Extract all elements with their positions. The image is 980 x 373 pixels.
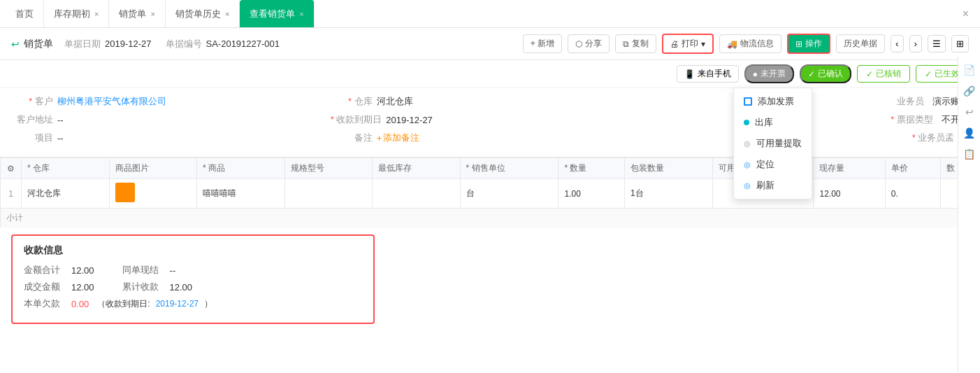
- outbound-label: 出库: [755, 116, 773, 129]
- copy-icon: ⧉: [623, 39, 629, 49]
- copy-label: 复制: [632, 38, 649, 50]
- available-icon: ◎: [744, 139, 751, 148]
- dropdown-add-invoice[interactable]: 添加发票: [734, 91, 812, 112]
- tab-history[interactable]: 销货单历史 ×: [166, 0, 240, 27]
- cell-pkg: 1台: [625, 179, 713, 209]
- history-button[interactable]: 历史单据: [836, 34, 885, 53]
- effective-icon: ✓: [925, 69, 932, 79]
- table-row: 1 河北仓库 嘻嘻嘻嘻 台 1.00 1台 12.00 0.: [1, 179, 980, 209]
- customer-label: 客户: [11, 95, 53, 108]
- copy-button[interactable]: ⧉ 复制: [615, 34, 656, 53]
- tab-view-sales-label: 查看销货单: [250, 8, 295, 20]
- logistics-label: 物流信息: [740, 38, 774, 50]
- product-table: ⚙ * 仓库 商品图片 * 商品 规格型号 最低库存 * 销售单位 * 数量 包…: [0, 157, 980, 227]
- cell-num: 1: [1, 179, 22, 209]
- right-sidebar: 📄 🔗 ↩ 👤 📋 ⤢: [958, 56, 980, 373]
- cumulative-payment-field: 累计收款 12.00: [122, 281, 193, 293]
- due-date-note: 2019-12-27: [156, 299, 199, 309]
- main-content: ↩ 销货单 单据日期 2019-12-27 单据编号 SA-20191227-0…: [0, 28, 980, 373]
- unopen-button[interactable]: ● 未开票: [744, 64, 794, 83]
- col-settings[interactable]: ⚙: [1, 158, 22, 179]
- arrears-value: 0.00: [71, 299, 89, 309]
- customer-field: 客户 柳州粤港平安气体有限公司: [11, 95, 331, 108]
- doc-number-field: 单据编号 SA-20191227-001: [166, 38, 280, 50]
- close-all-button[interactable]: ×: [957, 5, 974, 23]
- cell-product: 嘻嘻嘻嘻: [197, 179, 285, 209]
- dropdown-locate[interactable]: ◎ 定位: [734, 154, 812, 175]
- history-label: 历史单据: [844, 38, 877, 50]
- doc-number-value: SA-20191227-001: [206, 38, 280, 49]
- col-warehouse: * 仓库: [22, 158, 110, 179]
- tab-sales-close[interactable]: ×: [150, 10, 154, 18]
- doc-title: ↩ 销货单: [11, 38, 53, 50]
- logistics-button[interactable]: 🚚 物流信息: [719, 34, 781, 53]
- sidebar-icon-list[interactable]: 📋: [961, 146, 978, 162]
- confirm-icon: ✓: [808, 69, 815, 79]
- col-unit: * 销售单位: [460, 158, 559, 179]
- note-label: 备注: [331, 132, 373, 144]
- project-value: --: [57, 133, 64, 143]
- tab-view-sales[interactable]: 查看销货单 ×: [240, 0, 314, 27]
- sidebar-icon-doc[interactable]: 📄: [961, 62, 978, 78]
- form-row-3: 项目 -- 备注 + 添加备注 业务员孟 --: [11, 132, 969, 144]
- add-note-button[interactable]: + 添加备注: [377, 132, 420, 144]
- prev-button[interactable]: ‹: [891, 35, 903, 52]
- col-product: * 商品: [197, 158, 285, 179]
- tab-inventory-label: 库存期初: [54, 8, 90, 20]
- verified-label: 已核销: [876, 68, 901, 80]
- layout-grid-button[interactable]: ⊞: [951, 35, 969, 52]
- customer-value[interactable]: 柳州粤港平安气体有限公司: [57, 95, 166, 108]
- payment-title: 收款信息: [24, 244, 362, 257]
- doc-date-label: 单据日期: [64, 38, 101, 50]
- dropdown-available-qty[interactable]: ◎ 可用量提取: [734, 133, 812, 154]
- tab-home[interactable]: 首页: [6, 0, 44, 27]
- tab-inventory-close[interactable]: ×: [94, 10, 99, 18]
- verified-button[interactable]: ✓ 已核销: [857, 65, 910, 83]
- phone-button[interactable]: 📱 来自手机: [677, 65, 739, 83]
- next-button[interactable]: ›: [909, 35, 922, 52]
- due-date-value[interactable]: 2019-12-27: [386, 115, 433, 125]
- dropdown-outbound[interactable]: 出库: [734, 112, 812, 133]
- print-button[interactable]: 🖨 打印 ▾: [662, 34, 714, 54]
- refresh-icon: ◎: [744, 181, 751, 190]
- sidebar-icon-back[interactable]: ↩: [961, 104, 978, 120]
- payment-row-2: 成交金额 12.00 累计收款 12.00: [24, 281, 362, 293]
- confirm-button[interactable]: ✓ 已确认: [800, 64, 851, 83]
- layout-list-button[interactable]: ☰: [928, 35, 946, 52]
- warehouse-value[interactable]: 河北仓库: [377, 95, 413, 108]
- total-amount-label: 金额合计: [24, 264, 66, 276]
- print-dropdown-icon: ▾: [701, 39, 705, 49]
- deal-amount-field: 成交金额 12.00: [24, 281, 94, 293]
- dropdown-refresh[interactable]: ◎ 刷新: [734, 175, 812, 196]
- col-qty: * 数量: [559, 158, 625, 179]
- operations-button[interactable]: ⊞ 操作: [787, 34, 830, 54]
- tab-sales[interactable]: 销货单 ×: [109, 0, 165, 27]
- cell-img: [109, 179, 197, 209]
- invoice-icon: [744, 97, 752, 106]
- form-row-1: 客户 柳州粤港平安气体有限公司 仓库 河北仓库 业务员 演示账号: [11, 95, 969, 108]
- col-stock: 现存量: [814, 158, 885, 179]
- doc-date-field: 单据日期 2019-12-27: [64, 38, 152, 50]
- verified-icon: ✓: [866, 69, 873, 79]
- doc-actions: + 新增 ⬡ 分享 ⧉ 复制 🖨 打印 ▾ 🚚 物流信息: [523, 34, 969, 54]
- tab-view-sales-close[interactable]: ×: [299, 10, 303, 18]
- tab-history-label: 销货单历史: [175, 8, 221, 20]
- doc-title-text: 销货单: [24, 38, 53, 50]
- cell-qty: 1.00: [559, 179, 625, 209]
- share-button[interactable]: ⬡ 分享: [568, 34, 610, 53]
- bottom-section: 收款信息 金额合计 12.00 同单现结 -- 成交金额 12.00: [0, 227, 980, 331]
- sidebar-icon-link[interactable]: 🔗: [961, 83, 978, 99]
- salesman-label: 业务员孟: [912, 132, 955, 144]
- locate-icon: ◎: [744, 160, 751, 169]
- tab-history-close[interactable]: ×: [225, 10, 229, 18]
- tab-inventory[interactable]: 库存期初 ×: [44, 0, 109, 27]
- confirm-label: 已确认: [818, 68, 843, 80]
- sidebar-icon-user[interactable]: 👤: [961, 125, 978, 141]
- address-field: 客户地址 --: [11, 113, 331, 126]
- new-button[interactable]: + 新增: [523, 34, 562, 53]
- doc-header: ↩ 销货单 单据日期 2019-12-27 单据编号 SA-20191227-0…: [0, 28, 980, 60]
- grid-icon: ⊞: [795, 39, 802, 49]
- truck-icon: 🚚: [727, 39, 737, 49]
- add-invoice-label: 添加发票: [758, 95, 794, 108]
- refresh-label: 刷新: [756, 179, 774, 192]
